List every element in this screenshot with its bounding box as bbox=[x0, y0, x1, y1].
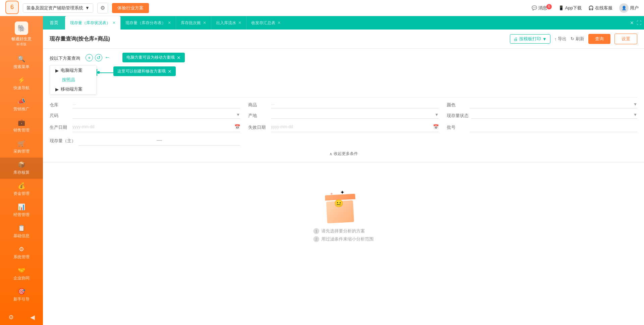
empty-star-2: ★ bbox=[330, 192, 333, 196]
tooltip-2-close[interactable]: ✕ bbox=[168, 69, 172, 74]
scheme-mobile-item[interactable]: ▶ 移动端方案 bbox=[50, 84, 96, 94]
expand-icon[interactable]: ⛶ bbox=[637, 20, 641, 25]
handshake-icon: 🤝 bbox=[18, 267, 25, 274]
cart-icon: 🛒 bbox=[18, 140, 25, 147]
message-icon: 💬 bbox=[532, 5, 537, 10]
tab-inout-flow[interactable]: 出入库流水 ✕ bbox=[211, 16, 246, 30]
collapse-row: ∧ 收起更多条件 bbox=[50, 148, 637, 158]
color-arrow[interactable]: ▼ bbox=[633, 102, 637, 107]
sidebar-logo-text: 畅通好生意 bbox=[11, 36, 32, 42]
user-item[interactable]: 👤 用户 bbox=[619, 3, 639, 13]
tab-summary-close[interactable]: ✕ bbox=[277, 20, 281, 25]
print-button[interactable]: 🖨 按模板打印 ▼ bbox=[510, 34, 550, 44]
tab-bar-actions: ✕ ⛶ bbox=[630, 20, 644, 25]
sidebar-item-finance[interactable]: 💰 资金管理 bbox=[0, 179, 43, 200]
system-selector[interactable]: 装备及固定资产辅助管理系统 ▼ bbox=[23, 3, 93, 13]
origin-arrow[interactable]: ▼ bbox=[435, 112, 439, 117]
sidebar-item-basic-label: 基础信息 bbox=[13, 233, 30, 239]
sidebar-item-newbie[interactable]: 🎯 新手引导 bbox=[0, 284, 43, 306]
sidebar-logo-sub: 标准版 bbox=[16, 42, 26, 47]
refresh-label: 刷新 bbox=[576, 36, 584, 41]
gear-icon: ⚙ bbox=[19, 246, 24, 253]
messages-item[interactable]: 💬 消息 6 bbox=[532, 5, 552, 11]
sidebar-item-purchase-label: 采购管理 bbox=[13, 149, 30, 154]
expiry-date-start[interactable] bbox=[271, 123, 432, 130]
tab-inout-flow-label: 出入库流水 bbox=[216, 20, 236, 26]
app-download-label: App下载 bbox=[565, 5, 582, 11]
settings-icon-btn[interactable]: ⚙ bbox=[97, 3, 108, 13]
sidebar-item-system[interactable]: ⚙ 系统管理 bbox=[0, 242, 43, 263]
refresh-button[interactable]: ↻ 刷新 bbox=[571, 36, 584, 42]
stock-range-sep: — bbox=[157, 137, 162, 143]
stock-main-label: 现存量（主） bbox=[50, 138, 76, 144]
settings-button[interactable]: 设置 bbox=[614, 34, 637, 44]
scheme-arrow-btn[interactable]: ← bbox=[104, 54, 110, 61]
sidebar-item-quicknav[interactable]: ⚡ 快速导航 bbox=[0, 73, 43, 94]
app-download-item[interactable]: 📱 App下载 bbox=[558, 5, 582, 11]
scheme-controls: + ↺ ← bbox=[86, 54, 110, 61]
sidebar-item-newbie-label: 新手引导 bbox=[13, 296, 30, 302]
sidebar-item-operations[interactable]: 📊 经营管理 bbox=[0, 200, 43, 221]
search-icon: 🔍 bbox=[18, 55, 25, 63]
filter-row-1: 仓库 ··· 商品 ··· 颜色 bbox=[50, 102, 637, 108]
export-button[interactable]: ↑ 导出 bbox=[554, 36, 567, 42]
tip-text-2: 用过滤条件来缩小分析范围 bbox=[321, 236, 374, 242]
prod-date-calendar[interactable]: 📅 bbox=[234, 124, 240, 129]
clipboard-icon: 📋 bbox=[18, 224, 25, 232]
close-all-icon[interactable]: ✕ bbox=[630, 20, 634, 25]
origin-label: 产地 bbox=[248, 113, 268, 119]
prod-date-label: 生产日期 bbox=[50, 124, 70, 130]
sidebar-item-purchase[interactable]: 🛒 采购管理 bbox=[0, 137, 43, 158]
tab-batch-account-close[interactable]: ✕ bbox=[203, 20, 206, 25]
sidebar-logo-icon: 🐘 bbox=[15, 21, 28, 35]
origin-field: 产地 ▼ bbox=[248, 112, 439, 119]
scheme-pc-sub-item[interactable]: 按照品 bbox=[59, 75, 96, 84]
sidebar-item-enterprise[interactable]: 🤝 企业协同 bbox=[0, 263, 43, 284]
phone-icon: 📱 bbox=[558, 5, 564, 10]
export-icon: ↑ bbox=[554, 37, 557, 42]
batch-no-label: 批号 bbox=[447, 124, 467, 130]
tooltip-2-text: 这里可以创建和修改方案哦 bbox=[117, 68, 166, 74]
sidebar-item-search[interactable]: 🔍 搜索菜单 bbox=[0, 52, 43, 73]
collapse-button[interactable]: ∧ 收起更多条件 bbox=[329, 151, 358, 157]
tab-inventory-distribution[interactable]: 现存量（库存分布表） ✕ bbox=[120, 16, 176, 30]
tab-inout-flow-close[interactable]: ✕ bbox=[238, 20, 241, 25]
online-support-item[interactable]: 🎧 在线客服 bbox=[588, 5, 612, 11]
stock-main-max[interactable] bbox=[163, 136, 240, 144]
tab-inventory-status[interactable]: 现存量（库存状况表） ✕ bbox=[65, 16, 120, 30]
stock-status-label: 现存量状态 bbox=[447, 113, 469, 119]
tab-inventory-status-close[interactable]: ✕ bbox=[112, 20, 116, 25]
tab-home[interactable]: 首页 bbox=[43, 16, 65, 30]
tab-summary[interactable]: 收发存汇总表 ✕ bbox=[246, 16, 285, 30]
stock-status-arrow[interactable]: ▼ bbox=[633, 112, 637, 117]
sidebar-item-basic[interactable]: 📋 基础信息 bbox=[0, 221, 43, 242]
stock-status-field: 现存量状态 ▼ bbox=[447, 112, 637, 119]
tab-batch-account-label: 库存批次账 bbox=[181, 20, 201, 26]
sidebar-item-marketing[interactable]: 📣 营销推广 bbox=[0, 94, 43, 115]
empty-tips: 1 请先选择要分析的方案 2 用过滤条件来缩小分析范围 bbox=[313, 228, 374, 242]
batch-no-input[interactable] bbox=[470, 123, 637, 130]
query-button[interactable]: 查询 bbox=[588, 34, 610, 44]
sidebar-logo: 🐘 畅通好生意 标准版 bbox=[11, 19, 32, 52]
tab-inventory-distribution-label: 现存量（库存分布表） bbox=[125, 20, 166, 26]
sidebar-item-sales[interactable]: 💼 销售管理 bbox=[0, 115, 43, 137]
industry-button[interactable]: 体验行业方案 bbox=[112, 3, 149, 13]
sidebar-item-finance-label: 资金管理 bbox=[13, 191, 30, 197]
scheme-pc-item[interactable]: ▶ 电脑端方案 bbox=[50, 65, 96, 75]
lightning-icon: ⚡ bbox=[18, 76, 25, 84]
tab-inventory-distribution-close[interactable]: ✕ bbox=[168, 20, 171, 25]
tooltip-1-close[interactable]: ✕ bbox=[177, 55, 181, 60]
expiry-date-calendar[interactable]: 📅 bbox=[433, 124, 439, 129]
box-icon: 📦 bbox=[18, 161, 25, 168]
stock-main-min[interactable] bbox=[78, 136, 155, 144]
tab-batch-account[interactable]: 库存批次账 ✕ bbox=[176, 16, 211, 30]
sidebar-collapse-btn[interactable]: ◀ bbox=[30, 314, 35, 321]
sidebar-item-search-label: 搜索菜单 bbox=[13, 64, 30, 70]
add-scheme-btn[interactable]: + bbox=[86, 54, 93, 61]
size-arrow[interactable]: ▼ bbox=[236, 112, 240, 117]
sidebar-settings-btn[interactable]: ⚙ bbox=[8, 314, 14, 321]
sidebar-item-inventory[interactable]: 📦 库存核算 bbox=[0, 158, 43, 179]
goods-label: 商品 bbox=[248, 102, 268, 108]
prod-date-start[interactable] bbox=[72, 123, 233, 130]
reset-scheme-btn[interactable]: ↺ bbox=[95, 54, 102, 61]
